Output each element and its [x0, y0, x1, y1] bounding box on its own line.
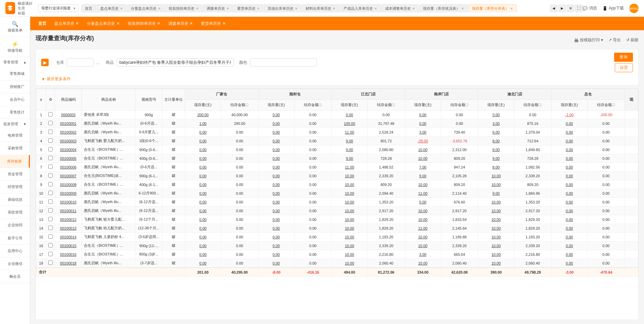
warehouse-dots-button[interactable]: ... [96, 60, 100, 65]
qty-link[interactable]: 0.00 [199, 235, 206, 239]
code-link[interactable]: 00100010 [60, 200, 76, 204]
goods-input[interactable] [116, 58, 234, 66]
color-input[interactable] [250, 58, 317, 66]
row-checkbox[interactable] [48, 138, 53, 143]
message-button[interactable]: 💬 消息 [583, 5, 597, 11]
tab-close-icon[interactable]: ✕ [196, 7, 199, 10]
qty-link[interactable]: 10.00 [418, 235, 428, 239]
qty-link[interactable]: 11.00 [345, 130, 354, 134]
sidebar-item-basic[interactable]: 基础信息 [0, 193, 30, 206]
qty-link[interactable]: 9.00 [492, 191, 499, 195]
qty-link[interactable]: 0.00 [566, 174, 573, 178]
tab-close-icon[interactable]: ✕ [295, 7, 298, 10]
qty-link[interactable]: 9.00 [492, 156, 499, 160]
qty-link[interactable]: 11.00 [418, 226, 428, 230]
qty-link[interactable]: 0.00 [566, 218, 573, 222]
sidebar-item-inventory[interactable]: 库存核算 [0, 155, 30, 168]
qty-link[interactable]: 0.00 [199, 148, 206, 152]
tab-close-icon[interactable]: ✕ [120, 7, 123, 10]
qty-link[interactable]: 0.00 [566, 122, 573, 126]
qty-link[interactable]: -1.00 [565, 113, 574, 117]
qty-link[interactable]: 0.00 [566, 235, 573, 239]
cell-checkbox[interactable] [46, 233, 55, 241]
qty-link[interactable]: 11.00 [418, 191, 428, 195]
qty-link[interactable]: 10.00 [345, 226, 354, 230]
qty-link[interactable]: 0.00 [566, 156, 573, 160]
cell-checkbox[interactable] [46, 163, 55, 172]
qty-link[interactable]: 0.00 [566, 139, 573, 143]
code-link[interactable]: 00100015 [60, 244, 76, 248]
tab-prev-arrow[interactable]: ◀ [550, 5, 557, 12]
row-checkbox[interactable] [48, 261, 53, 265]
qty-link[interactable]: 10.00 [345, 235, 354, 239]
qty-link[interactable]: 7.00 [419, 165, 426, 169]
tab-other-out[interactable]: 其他出库单历史 ✕ [264, 4, 301, 12]
tab-home[interactable]: 首页 [81, 4, 96, 12]
tab-transfer[interactable]: 调拨单历史 ✕ [203, 4, 233, 12]
qty-link[interactable]: 6.00 [492, 130, 499, 134]
cell-checkbox[interactable] [46, 215, 55, 224]
sidebar-item-operations[interactable]: 经营管理 [0, 181, 30, 193]
qty-link[interactable]: 0.00 [566, 191, 573, 195]
code-link[interactable]: 00100007 [60, 174, 76, 178]
tab-close-icon[interactable]: ✕ [158, 7, 161, 10]
expand-button-left[interactable]: ▶ [41, 59, 49, 66]
qty-link[interactable]: 0.00 [199, 218, 206, 222]
qty-link[interactable]: 10.00 [418, 218, 428, 222]
refresh-button[interactable]: ↺ 刷新 [626, 37, 639, 43]
row-checkbox[interactable] [48, 217, 53, 221]
sidebar-item-wechat[interactable]: 企业微信 [0, 258, 30, 270]
qty-link[interactable]: 0.00 [566, 200, 573, 204]
sidebar-item-purchase[interactable]: 采购管理 [0, 142, 30, 155]
qty-link[interactable]: 5.00 [419, 200, 426, 204]
cell-checkbox[interactable] [46, 250, 55, 259]
code-link[interactable]: 00100005 [60, 156, 76, 160]
qty-link[interactable]: 3.00 [419, 252, 426, 257]
tab-close-icon[interactable]: ✕ [374, 7, 377, 10]
tab-assemble[interactable]: 组装拆卸单历史 ✕ [165, 4, 202, 12]
code-link[interactable]: 00100014 [60, 235, 76, 239]
expand-tab-button[interactable]: ⛶ [575, 5, 583, 12]
row-checkbox[interactable] [48, 112, 53, 117]
sidebar-item-appcenter[interactable]: 应用中心 [0, 245, 30, 258]
app-download-button[interactable]: 📱 App下载 [602, 5, 624, 11]
qty-link[interactable]: 0.00 [273, 261, 280, 265]
qty-link[interactable]: 0.00 [566, 209, 573, 213]
qty-link[interactable]: 10.00 [491, 183, 501, 187]
qty-link[interactable]: 10.00 [491, 200, 501, 204]
row-checkbox[interactable] [48, 234, 53, 239]
code-link[interactable]: 00100013 [60, 226, 76, 230]
cell-checkbox[interactable] [46, 259, 55, 268]
code-link[interactable]: 00100001 [60, 122, 76, 126]
row-checkbox[interactable] [48, 199, 53, 204]
tab-material-out[interactable]: 材料出库单历史 ✕ [302, 4, 339, 12]
tab-next-arrow[interactable]: ▶ [558, 5, 566, 12]
sidebar-item-quicknav[interactable]: ⚡ 快捷导航 [0, 37, 30, 57]
qty-link[interactable]: 0.00 [492, 113, 499, 117]
qty-link[interactable]: 10.00 [345, 191, 354, 195]
expand-arrow-icon[interactable]: ▶ [41, 59, 49, 66]
qty-link[interactable]: 10.00 [418, 209, 428, 213]
code-link[interactable]: 00100006 [60, 165, 76, 169]
qty-link[interactable]: 10.00 [491, 252, 501, 257]
tab-close-icon[interactable]: ✕ [333, 7, 335, 10]
sidebar-item-system[interactable]: 系统管理 [0, 206, 30, 219]
qty-link[interactable]: 9.00 [346, 148, 353, 152]
org-selector[interactable]: 母婴行业演示陈套 ▾ [38, 4, 78, 12]
tab-inventory-check[interactable]: 盘点单历史 ✕ [97, 4, 126, 12]
qty-link[interactable]: 0.00 [199, 200, 206, 204]
query-button[interactable]: 查询 [614, 53, 633, 62]
qty-link[interactable]: 9.00 [346, 139, 353, 143]
qty-link[interactable]: 10.00 [418, 244, 428, 248]
code-link[interactable]: 00100016 [60, 252, 76, 257]
tab-product-in[interactable]: 产成品入库单历史 ✕ [340, 4, 381, 12]
row-checkbox[interactable] [48, 121, 53, 125]
info-icon[interactable]: ⓘ [538, 103, 542, 107]
qty-link[interactable]: 0.00 [199, 130, 206, 134]
qty-link[interactable]: 0.00 [199, 226, 206, 230]
qty-link[interactable]: 0.00 [273, 200, 280, 204]
qty-link[interactable]: 10.00 [418, 261, 428, 265]
sidebar-item-ecommerce[interactable]: 电商管理 [0, 129, 30, 142]
sidebar-item-finance[interactable]: 资金管理 [0, 168, 30, 181]
tab-close-icon[interactable]: ✕ [257, 7, 260, 10]
